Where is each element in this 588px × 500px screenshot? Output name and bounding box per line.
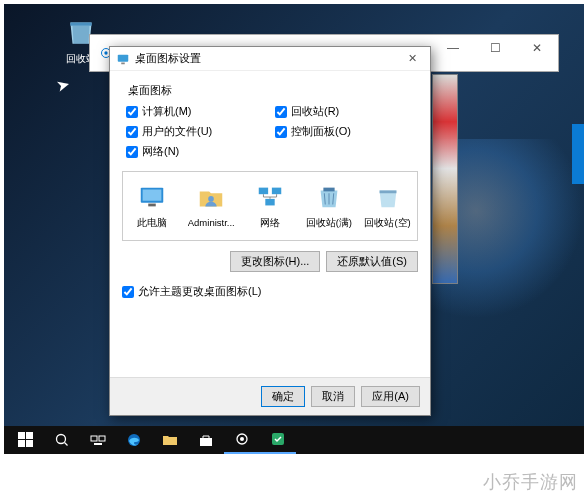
checkbox-network[interactable]: 网络(N) <box>126 144 265 159</box>
dialog-close-button[interactable]: ✕ <box>400 52 424 65</box>
maximize-button[interactable]: ☐ <box>474 35 516 61</box>
section-label: 桌面图标 <box>128 83 418 98</box>
monitor-icon <box>116 52 130 66</box>
close-button[interactable]: ✕ <box>516 35 558 61</box>
icon-user-folder[interactable]: Administr... <box>188 182 235 230</box>
search-icon <box>54 432 70 448</box>
svg-rect-11 <box>18 432 25 439</box>
taskbar-edge[interactable] <box>116 426 152 454</box>
svg-rect-9 <box>272 188 281 195</box>
store-icon <box>198 432 214 448</box>
minimize-button[interactable]: — <box>432 35 474 61</box>
change-icon-button[interactable]: 更改图标(H)... <box>230 251 320 272</box>
svg-rect-2 <box>118 54 129 61</box>
dialog-title: 桌面图标设置 <box>135 51 201 66</box>
svg-rect-13 <box>18 440 25 447</box>
network-icon <box>255 182 285 212</box>
icon-network[interactable]: 网络 <box>247 182 294 230</box>
icon-this-pc[interactable]: 此电脑 <box>129 182 176 230</box>
icon-recycle-full[interactable]: 回收站(满) <box>306 182 353 230</box>
edge-browser-icon <box>126 432 142 448</box>
user-folder-icon <box>196 182 226 212</box>
folder-icon <box>162 432 178 448</box>
icon-recycle-empty[interactable]: 回收站(空) <box>364 182 411 230</box>
svg-rect-6 <box>149 204 157 207</box>
taskbar-task-view[interactable] <box>80 426 116 454</box>
cancel-button[interactable]: 取消 <box>311 386 355 407</box>
dialog-titlebar[interactable]: 桌面图标设置 ✕ <box>110 47 430 71</box>
windows-logo-icon <box>18 432 34 448</box>
svg-rect-17 <box>99 436 105 441</box>
checkbox-recycle[interactable]: 回收站(R) <box>275 104 414 119</box>
recycle-full-icon <box>314 182 344 212</box>
desktop: 回收站 ➤ 设置 — ☐ ✕ 桌面图标设置 ✕ 桌面图标 计算机(M) 回收站(… <box>4 4 584 454</box>
watermark-text: 小乔手游网 <box>483 470 578 494</box>
svg-rect-16 <box>91 436 97 441</box>
restore-defaults-button[interactable]: 还原默认值(S) <box>326 251 418 272</box>
icon-preview-box: 此电脑 Administr... 网络 回收站(满) 回收站(空) <box>122 171 418 241</box>
task-view-icon <box>90 432 106 448</box>
svg-point-7 <box>208 196 214 202</box>
svg-rect-14 <box>26 440 33 447</box>
svg-rect-18 <box>94 443 102 445</box>
svg-rect-10 <box>265 199 274 206</box>
taskbar-store[interactable] <box>188 426 224 454</box>
taskbar-settings[interactable] <box>224 426 260 454</box>
desktop-icon-settings-dialog: 桌面图标设置 ✕ 桌面图标 计算机(M) 回收站(R) 用户的文件(U) 控制面… <box>109 46 431 416</box>
svg-point-15 <box>57 435 66 444</box>
taskbar-file-explorer[interactable] <box>152 426 188 454</box>
taskbar-running-app[interactable] <box>260 426 296 454</box>
computer-icon <box>137 182 167 212</box>
svg-point-21 <box>240 437 244 441</box>
svg-point-1 <box>104 51 107 54</box>
checkbox-allow-themes[interactable]: 允许主题更改桌面图标(L) <box>122 284 418 299</box>
dialog-button-row: 确定 取消 应用(A) <box>110 377 430 415</box>
svg-rect-3 <box>121 62 125 64</box>
apply-button[interactable]: 应用(A) <box>361 386 420 407</box>
svg-rect-5 <box>143 190 162 201</box>
app-icon <box>270 431 286 447</box>
recycle-empty-icon <box>373 182 403 212</box>
start-button[interactable] <box>8 426 44 454</box>
checkbox-control-panel[interactable]: 控制面板(O) <box>275 124 414 139</box>
taskbar <box>4 426 584 454</box>
desktop-icons-checkboxes: 计算机(M) 回收站(R) 用户的文件(U) 控制面板(O) 网络(N) <box>122 104 418 159</box>
svg-rect-12 <box>26 432 33 439</box>
settings-taskbar-icon <box>234 431 250 447</box>
checkbox-computer[interactable]: 计算机(M) <box>126 104 265 119</box>
ok-button[interactable]: 确定 <box>261 386 305 407</box>
checkbox-user-files[interactable]: 用户的文件(U) <box>126 124 265 139</box>
svg-rect-8 <box>259 188 268 195</box>
window-preview-strip <box>432 74 458 284</box>
taskbar-search[interactable] <box>44 426 80 454</box>
settings-window-controls: — ☐ ✕ <box>432 35 558 61</box>
desktop-accent-bar <box>572 124 584 184</box>
